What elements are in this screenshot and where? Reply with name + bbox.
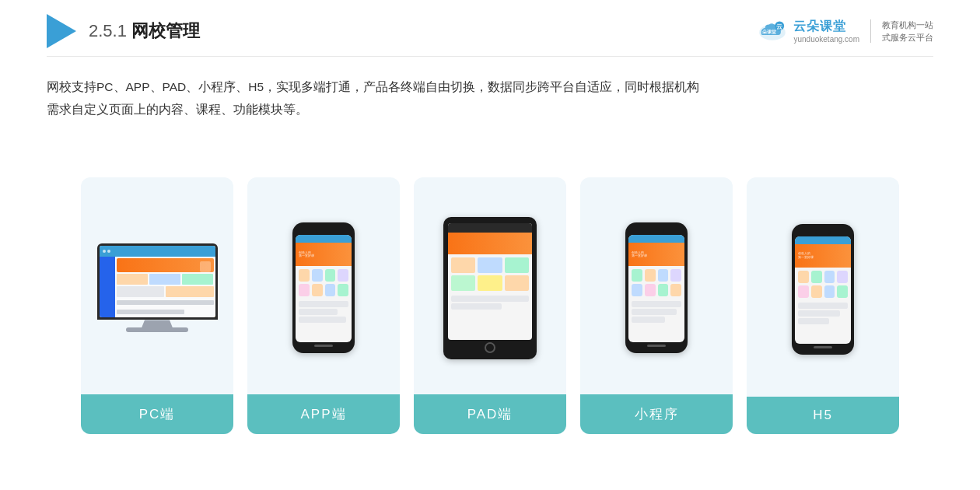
miniprogram-phone-mockup: 创造人的第一堂好课 (625, 222, 688, 353)
header-right: 云 朵课堂 云朵课堂 yunduoketang.com 教育机构一站 式服务云平… (756, 17, 933, 45)
app-phone-mockup: 创造人的第一堂好课 (292, 222, 355, 353)
miniprogram-preview: 创造人的第一堂好课 (580, 177, 733, 394)
brand-slogan: 教育机构一站 式服务云平台 (882, 19, 933, 44)
phone-home-indicator (314, 345, 333, 347)
app-card-label: APP端 (247, 394, 400, 434)
miniprogram-card-label: 小程序 (580, 394, 733, 434)
section-name: 网校管理 (131, 21, 200, 40)
page-wrapper: 2.5.1 网校管理 云 朵课堂 云朵课堂 yunduoketang.com (0, 0, 980, 490)
h5-card-label: H5 (747, 397, 899, 434)
pc-stand (142, 320, 173, 327)
pc-monitor (97, 243, 218, 320)
miniprogram-home-indicator (647, 345, 666, 347)
pc-base (126, 327, 188, 332)
logo-triangle-icon (47, 14, 76, 48)
brand-divider (870, 19, 871, 43)
h5-screen: 创造人的第一堂好课 (795, 236, 851, 344)
pad-preview (414, 177, 566, 394)
h5-phone-notch (815, 230, 831, 234)
h5-phone-mockup: 创造人的第一堂好课 (792, 224, 854, 355)
pad-card: PAD端 (414, 177, 566, 434)
tablet-home-button (485, 342, 495, 353)
section-number: 2.5.1 (89, 21, 127, 40)
cards-section: PC端 创造人的第一堂好课 (47, 129, 933, 490)
description-text: 网校支持PC、APP、PAD、小程序、H5，实现多端打通，产品各终端自由切换，数… (47, 57, 933, 129)
svg-text:云: 云 (777, 23, 783, 30)
pc-card: PC端 (81, 177, 233, 434)
h5-home-indicator (814, 346, 832, 348)
header-left: 2.5.1 网校管理 (47, 14, 200, 48)
pc-device-mockup (97, 243, 218, 332)
brand-name: 云朵课堂 (793, 19, 846, 35)
miniprogram-phone-notch (649, 229, 664, 233)
brand-url: yunduoketang.com (793, 35, 859, 44)
phone-screen: 创造人的第一堂好课 (296, 235, 352, 342)
svg-text:朵课堂: 朵课堂 (762, 29, 776, 34)
brand-logo: 云 朵课堂 云朵课堂 yunduoketang.com (756, 17, 859, 45)
tablet-screen (448, 223, 532, 340)
pad-card-label: PAD端 (414, 394, 566, 434)
cloud-icon: 云 朵课堂 (756, 17, 789, 45)
page-title: 2.5.1 网校管理 (89, 19, 200, 43)
pc-screen (100, 246, 215, 317)
app-preview: 创造人的第一堂好课 (247, 177, 400, 394)
miniprogram-card: 创造人的第一堂好课 (580, 177, 733, 434)
h5-preview: 创造人的第一堂好课 (747, 177, 899, 397)
pad-tablet-mockup (443, 217, 537, 359)
pc-card-label: PC端 (81, 394, 233, 434)
phone-notch (316, 229, 331, 233)
brand-text: 云朵课堂 yunduoketang.com (793, 19, 859, 44)
pc-preview (81, 177, 233, 394)
h5-card: 创造人的第一堂好课 (747, 177, 899, 434)
header: 2.5.1 网校管理 云 朵课堂 云朵课堂 yunduoketang.com (47, 0, 933, 57)
app-card: 创造人的第一堂好课 (247, 177, 400, 434)
miniprogram-screen: 创造人的第一堂好课 (628, 235, 684, 342)
